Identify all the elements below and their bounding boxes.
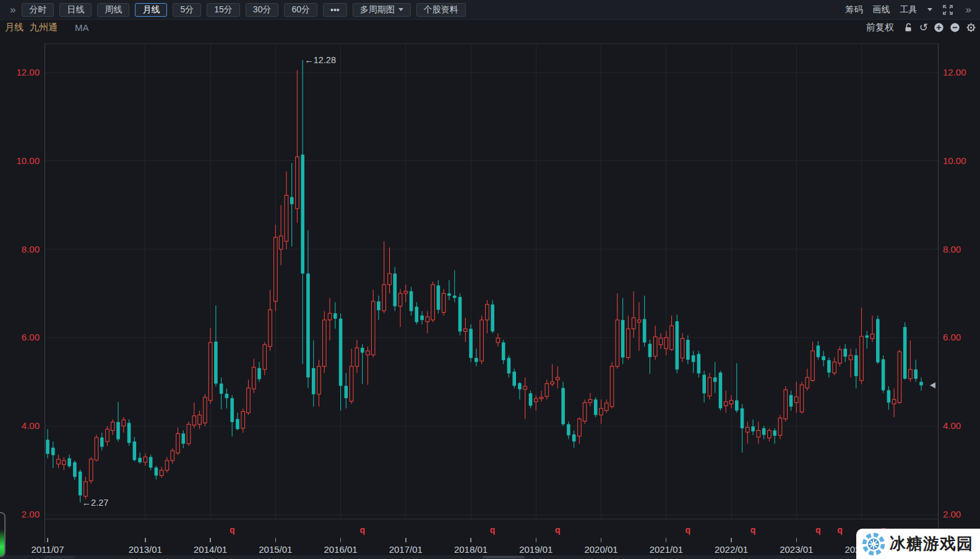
price-annotation: ←2.27 — [82, 498, 109, 508]
candle-down — [817, 345, 820, 357]
zoom-out-icon[interactable] — [950, 22, 960, 33]
draw-line-link[interactable]: 画线 — [873, 4, 890, 15]
candle-up — [870, 334, 874, 339]
ex-dividend-marker[interactable]: q — [750, 525, 756, 535]
candle-down — [116, 422, 120, 440]
tab-30min[interactable]: 30分 — [246, 3, 279, 17]
candle-down — [67, 458, 71, 466]
candle-down — [827, 360, 831, 373]
candle-up — [176, 433, 180, 453]
stock-info-button[interactable]: 个股资料 — [416, 3, 466, 17]
candle-up — [637, 320, 641, 323]
time-tick-label: 2017/01 — [389, 544, 423, 555]
candle-down — [410, 291, 413, 311]
tab-5min[interactable]: 5分 — [173, 3, 201, 17]
candle-up — [480, 320, 484, 361]
candle-up — [757, 430, 760, 437]
price-tick-right: 8.00 — [943, 244, 961, 254]
tab-weekly[interactable]: 周线 — [97, 3, 129, 17]
candle-down — [393, 274, 397, 306]
candle-down — [453, 296, 457, 298]
candle-up — [632, 318, 635, 329]
candle-up — [263, 345, 267, 370]
candle-up — [84, 482, 88, 496]
chip-distribution-link[interactable]: 筹码 — [846, 4, 863, 15]
edge-slider[interactable] — [0, 512, 6, 557]
candle-down — [306, 274, 310, 378]
time-tick-label: 2023/01 — [780, 544, 813, 555]
candle-down — [529, 393, 533, 405]
legend-ma-indicator[interactable]: MA — [75, 22, 89, 33]
candle-down — [220, 384, 223, 394]
candle-up — [811, 351, 815, 381]
legend-period[interactable]: 月线 — [5, 22, 24, 33]
ex-dividend-marker[interactable]: q — [359, 525, 365, 535]
horizontal-scrollbar[interactable] — [0, 555, 980, 559]
candle-down — [561, 388, 565, 425]
collapse-left-icon[interactable]: » — [7, 4, 18, 15]
tab-monthly[interactable]: 月线 — [135, 3, 167, 17]
site-watermark: 冰糖游戏园 — [856, 529, 980, 559]
candle-down — [572, 435, 576, 441]
candle-up — [610, 366, 614, 407]
candlestick-chart[interactable]: 2.002.004.004.006.006.008.008.0010.0010.… — [0, 0, 980, 559]
adjust-mode-label[interactable]: 前复权 — [866, 22, 894, 33]
fullscreen-icon[interactable] — [942, 4, 953, 15]
tools-link[interactable]: 工具 — [900, 4, 918, 15]
ex-dividend-marker[interactable]: q — [230, 525, 235, 535]
candle-up — [729, 401, 733, 404]
candle-down — [751, 427, 755, 431]
candle-up — [192, 416, 196, 425]
undo-icon[interactable]: ↺ — [919, 22, 928, 33]
candle-up — [833, 362, 836, 373]
unlock-icon[interactable] — [903, 22, 914, 33]
tab-daily[interactable]: 日线 — [59, 3, 92, 17]
tools-chevron-down-icon[interactable] — [927, 8, 932, 11]
ex-dividend-marker[interactable]: q — [815, 525, 821, 535]
collapse-right-icon[interactable]: » — [963, 4, 974, 15]
candle-down — [676, 321, 679, 370]
candle-down — [290, 197, 294, 204]
price-tick-right: 2.00 — [943, 509, 961, 519]
tab-15min[interactable]: 15分 — [207, 3, 240, 17]
candle-up — [160, 470, 163, 476]
candle-down — [46, 440, 49, 454]
more-periods-button[interactable]: ••• — [323, 3, 347, 17]
candle-up — [296, 157, 299, 209]
ex-dividend-marker[interactable]: q — [490, 525, 496, 535]
price-tick-left: 2.00 — [22, 509, 40, 519]
candle-down — [719, 373, 723, 409]
ex-dividend-marker[interactable]: q — [686, 525, 691, 535]
candle-down — [843, 349, 847, 357]
price-tick-right: 10.00 — [943, 155, 966, 166]
candle-down — [181, 433, 185, 443]
price-annotation: ←12.28 — [304, 55, 336, 65]
candle-down — [73, 462, 77, 477]
settings-gear-icon[interactable] — [966, 22, 976, 33]
candle-down — [133, 441, 137, 460]
candle-up — [670, 326, 674, 350]
time-tick-label: 2013/01 — [129, 544, 162, 555]
candle-up — [144, 457, 147, 462]
time-tick-label: 2015/01 — [259, 544, 292, 555]
tab-60min[interactable]: 60分 — [284, 3, 317, 17]
candle-down — [51, 448, 55, 455]
candle-down — [594, 399, 598, 415]
candle-up — [208, 342, 212, 401]
scrollbar-thumb[interactable] — [483, 556, 525, 558]
time-tick-label: 2018/01 — [454, 544, 488, 555]
candle-up — [89, 459, 93, 481]
legend-symbol[interactable]: 九州通 — [30, 22, 58, 33]
time-tick-label: 2011/07 — [31, 544, 64, 555]
ex-dividend-marker[interactable]: q — [555, 525, 561, 535]
candle-down — [214, 342, 218, 384]
ex-dividend-marker[interactable]: q — [837, 525, 843, 535]
multi-period-button[interactable]: 多周期图 — [353, 3, 411, 17]
candle-up — [328, 313, 332, 320]
candle-down — [882, 359, 885, 390]
price-tick-left: 4.00 — [22, 420, 40, 431]
candle-up — [600, 409, 603, 415]
zoom-in-icon[interactable] — [934, 22, 944, 33]
tab-fenshi[interactable]: 分时 — [22, 3, 54, 17]
candle-up — [768, 430, 772, 438]
